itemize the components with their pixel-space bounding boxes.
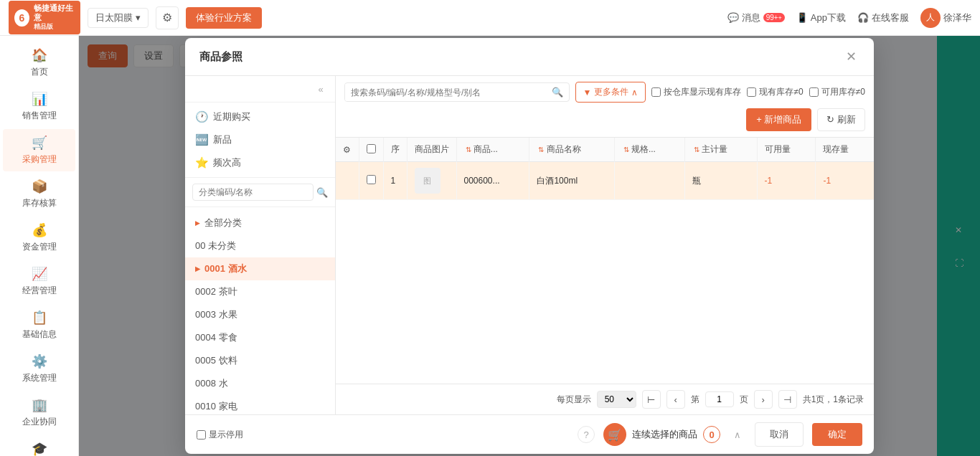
category-00-label: 00 未分类	[195, 239, 236, 252]
name-header-label: 商品名称	[547, 144, 581, 154]
available-nonzero-checkbox[interactable]: 可用库存≠0	[809, 86, 865, 98]
img-header-label: 商品图片	[415, 144, 449, 154]
cancel-button[interactable]: 取消	[755, 422, 804, 447]
category-item-0004[interactable]: 0004 零食	[185, 326, 335, 349]
modal-overlay: 商品参照 ✕ « 🕐 近期购买	[79, 36, 980, 456]
last-page-button[interactable]: ⊣	[778, 390, 797, 409]
inventory-icon: 📦	[32, 179, 47, 194]
table-settings-header[interactable]: ⚙	[336, 138, 359, 162]
sidebar-item-guide[interactable]: 🎓 新手引导	[3, 435, 75, 456]
sidebar-item-home[interactable]: 🏠 首页	[3, 42, 75, 84]
collapse-footer-button[interactable]: ∧	[729, 426, 746, 443]
category-item-0003[interactable]: 0003 水果	[185, 303, 335, 326]
table-spec-header[interactable]: ⇅ 规格...	[614, 138, 684, 162]
category-item-0008[interactable]: 0008 水	[185, 372, 335, 395]
logo-text: 畅捷通好生意	[34, 4, 75, 22]
prev-page-button[interactable]: ‹	[666, 390, 685, 409]
warehouse-stock-check-input[interactable]	[651, 87, 661, 97]
row-checkbox[interactable]	[367, 175, 376, 184]
page-label: 第	[691, 394, 699, 406]
sidebar-item-system[interactable]: ⚙️ 系统管理	[3, 348, 75, 390]
category-item-00[interactable]: 00 未分类	[185, 234, 335, 257]
clock-icon: 🕐	[195, 110, 209, 123]
next-page-button[interactable]: ›	[754, 390, 773, 409]
user-nav[interactable]: 人 徐泽华	[920, 8, 971, 28]
product-search-input[interactable]	[345, 84, 546, 101]
sidebar-home-label: 首页	[31, 66, 48, 78]
category-0004-label: 0004 零食	[195, 331, 237, 344]
cart-icon: 🛒	[603, 423, 626, 446]
search-icon[interactable]: 🔍	[546, 83, 569, 101]
select-all-checkbox[interactable]	[367, 144, 376, 153]
row-num-cell: 1	[383, 162, 407, 200]
page-number-input[interactable]	[705, 391, 734, 407]
sidebar-item-finance[interactable]: 💰 资金管理	[3, 217, 75, 259]
table-row[interactable]: 1 图 000600... 白酒100ml 瓶 -1	[336, 162, 874, 200]
settings-icon[interactable]: ⚙	[156, 6, 179, 29]
available-header-label: 可用量	[765, 144, 791, 154]
sales-icon: 📊	[32, 91, 47, 107]
first-page-button[interactable]: ⊢	[642, 390, 661, 409]
headset-icon: 🎧	[857, 12, 869, 23]
product-search-box: 🔍	[344, 82, 570, 102]
toolbar-right: + 新增商品 ↻ 刷新	[746, 108, 865, 131]
add-product-button[interactable]: + 新增商品	[746, 108, 811, 131]
trial-button[interactable]: 体验行业方案	[186, 7, 262, 29]
sidebar-item-enterprise[interactable]: 🏢 企业协同	[3, 391, 75, 434]
sidebar-item-sales[interactable]: 📊 销售管理	[3, 85, 75, 128]
sidebar-item-inventory[interactable]: 📦 库存核算	[3, 173, 75, 215]
row-name-cell: 白酒100ml	[529, 162, 614, 200]
category-item-0001[interactable]: 0001 酒水	[185, 257, 335, 280]
category-item-0010[interactable]: 0010 家电	[185, 395, 335, 414]
stock-nonzero-label: 现有库存≠0	[759, 86, 803, 98]
message-badge: 99++	[763, 13, 785, 22]
sidebar-item-basic[interactable]: 📋 基础信息	[3, 304, 75, 346]
table-name-header[interactable]: ⇅ 商品名称	[529, 138, 614, 162]
branch-selector[interactable]: 日太阳膜 ▾	[88, 8, 149, 28]
more-filter-button[interactable]: ▼ 更多条件 ∧	[575, 82, 646, 103]
online-service-nav[interactable]: 🎧 在线客服	[857, 11, 909, 24]
category-search-icon[interactable]: 🔍	[316, 187, 328, 198]
collapse-left-button[interactable]: «	[314, 82, 328, 96]
sidebar-item-purchase[interactable]: 🛒 采购管理	[3, 129, 75, 171]
show-disabled-checkbox[interactable]: 显示停用	[197, 429, 243, 441]
page-size-select[interactable]: 50 10 20 100	[597, 391, 636, 408]
new-product-tab[interactable]: 🆕 新品	[185, 128, 335, 151]
sidebar-system-label: 系统管理	[22, 372, 57, 384]
category-all-label: 全部分类	[204, 217, 242, 229]
messages-nav[interactable]: 💬 消息 99++	[727, 11, 785, 24]
purchase-icon: 🛒	[32, 135, 47, 151]
refresh-button[interactable]: ↻ 刷新	[817, 108, 865, 131]
product-table: ⚙ 序 商品图片	[336, 138, 874, 200]
frequent-tab[interactable]: ⭐ 频次高	[185, 151, 335, 174]
category-0005-label: 0005 饮料	[195, 354, 237, 367]
right-toolbar: 🔍 ▼ 更多条件 ∧ 按仓库显示现有库存	[336, 76, 874, 138]
right-panel: 🔍 ▼ 更多条件 ∧ 按仓库显示现有库存	[336, 76, 874, 414]
help-icon[interactable]: ?	[578, 426, 595, 443]
stock-nonzero-input[interactable]	[747, 87, 756, 97]
modal-close-button[interactable]: ✕	[842, 48, 859, 65]
category-item-all[interactable]: 全部分类	[185, 212, 335, 234]
logo-icon: 6	[14, 9, 29, 27]
stock-nonzero-checkbox[interactable]: 现有库存≠0	[747, 86, 803, 98]
category-search-input[interactable]	[192, 184, 314, 201]
category-item-0002[interactable]: 0002 茶叶	[185, 280, 335, 303]
table-code-header[interactable]: ⇅ 商品...	[456, 138, 529, 162]
sidebar-operation-label: 经营管理	[22, 285, 57, 297]
frequent-tab-label: 频次高	[213, 156, 241, 169]
table-unit-header[interactable]: ⇅ 主计量	[684, 138, 757, 162]
stock-header-label: 现存量	[823, 144, 849, 154]
modal-title: 商品参照	[199, 50, 242, 64]
sidebar-item-operation[interactable]: 📈 经营管理	[3, 260, 75, 303]
confirm-button[interactable]: 确定	[812, 423, 862, 446]
sidebar: 🏠 首页 📊 销售管理 🛒 采购管理 📦 库存核算 💰 资金管理 📈 经营管理 …	[0, 36, 79, 456]
table-check-header	[359, 138, 383, 162]
app-download-nav[interactable]: 📱 App下载	[796, 11, 846, 24]
show-disabled-input[interactable]	[197, 430, 206, 440]
category-item-0005[interactable]: 0005 饮料	[185, 349, 335, 372]
available-nonzero-input[interactable]	[809, 87, 819, 97]
total-info-label: 共1页，1条记录	[803, 394, 864, 406]
warehouse-stock-checkbox[interactable]: 按仓库显示现有库存	[651, 86, 741, 98]
cart-area[interactable]: 🛒 连续选择的商品 0	[603, 423, 720, 446]
recent-purchase-tab[interactable]: 🕐 近期购买	[185, 105, 335, 128]
